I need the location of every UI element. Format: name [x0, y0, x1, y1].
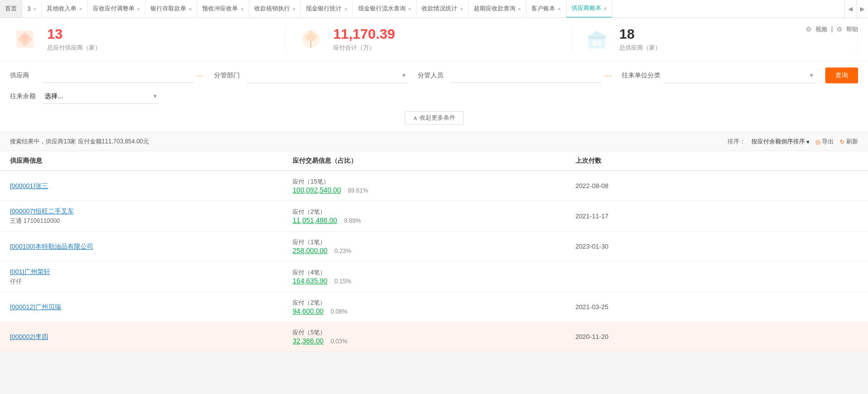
tx-row: 11,051,486.00 9.89%	[292, 216, 575, 224]
summary-label-suppliers-payable: 总应付供应商（家）	[47, 44, 101, 52]
nav-tab-receipt-stat[interactable]: 收款情况统计 ×	[417, 0, 468, 18]
tx-amount-link[interactable]: 164,635.90	[292, 277, 327, 285]
nav-tab-overdue-ar[interactable]: 超期应收款查询 ×	[469, 0, 526, 18]
supplier-link[interactable]: [000012]广州贝瑞	[10, 303, 61, 311]
supplier-link[interactable]: [000007]恒旺二手叉车	[10, 207, 74, 215]
nav-scroll-right[interactable]: ▶	[856, 0, 868, 18]
last-pay-cell: 2022-08-08	[576, 182, 858, 190]
table-row: [001]广州荣轩 仔仔 应付（4笔） 164,635.90 0.15%	[0, 262, 868, 292]
filter-manager-input[interactable]	[450, 68, 601, 83]
tx-pct: 89.61%	[348, 187, 368, 194]
sort-select[interactable]: 按应付余额倒序排序 ▾	[751, 137, 809, 146]
data-table: 供应商信息 应付交易信息（占比） 上次付数 [000001]张三 应付（15笔）…	[0, 151, 868, 352]
nav-tab-prepay-ar-label: 预收冲应收单	[202, 4, 238, 13]
supplier-link[interactable]: [000002]李四	[10, 333, 48, 340]
filter-manager-dots[interactable]: ···	[604, 71, 612, 79]
last-pay-cell: 2023-01-30	[576, 243, 858, 250]
nav-tab-3[interactable]: 3 ×	[22, 0, 42, 18]
supplier-link[interactable]: [000100]本特勒油品有限公司	[10, 243, 93, 250]
table-body: [000001]张三 应付（15笔） 100,092,540.00 89.61%…	[0, 171, 868, 352]
refresh-button[interactable]: ↻ 刷新	[840, 137, 858, 146]
nav-tab-receipt-verify[interactable]: 收款核销执行 ×	[249, 0, 301, 18]
tx-cell: 应付（1笔） 258,000.00 0.23%	[292, 238, 575, 255]
tx-amount-link[interactable]: 100,092,540.00	[292, 186, 341, 194]
nav-tab-cash-flow[interactable]: 现金银行流水查询 ×	[353, 0, 417, 18]
filter-balance-select[interactable]: 选择...	[43, 88, 159, 103]
chevron-up-icon: ∧	[413, 115, 418, 122]
nav-tab-bank-deposit-label: 银行存取款单	[150, 4, 186, 13]
tx-amount-link[interactable]: 94,600.00	[292, 307, 323, 315]
col-header-tx: 应付交易信息（占比）	[292, 156, 575, 165]
filter-balance-wrap: 选择... ▾	[43, 88, 159, 104]
tx-label: 应付（2笔）	[292, 208, 575, 216]
nav-tab-ar-ap-adjust-close[interactable]: ×	[137, 6, 140, 12]
summary-item-total-payable: 11,170.39 应付合计（万）	[286, 25, 572, 53]
nav-tab-receipt-stat-label: 收款情况统计	[422, 4, 457, 13]
nav-tab-bank-deposit-close[interactable]: ×	[189, 6, 192, 12]
top-right-links: ⊙ 视频 | ⊙ 帮助	[806, 25, 858, 34]
sort-chevron-icon: ▾	[806, 138, 809, 145]
filter-balance: 往来余额 选择... ▾	[10, 88, 159, 104]
nav-tab-other-income[interactable]: 其他收入单 ×	[42, 0, 87, 18]
filter-category: 往来单位分类 ▾	[622, 68, 816, 83]
nav-tab-cash-bank-stat[interactable]: 现金银行统计 ×	[301, 0, 353, 18]
table-row: [000012]广州贝瑞 应付（2笔） 94,600.00 0.08% 2021…	[0, 292, 868, 322]
filter-row-2: 往来余额 选择... ▾	[10, 88, 858, 104]
nav-tab-supplier-ledger-close[interactable]: ×	[604, 5, 607, 11]
nav-tab-receipt-verify-close[interactable]: ×	[292, 6, 295, 12]
export-button[interactable]: ◎ 导出	[815, 137, 834, 146]
tx-amount-link[interactable]: 32,366.00	[292, 337, 323, 345]
result-bar: 搜索结果中，供应商13家 应付金额111,703,854.00元 排序： 按应付…	[0, 132, 868, 151]
nav-tab-home[interactable]: 首页	[0, 0, 22, 18]
nav-tab-other-income-label: 其他收入单	[47, 4, 76, 13]
nav-tab-3-close[interactable]: ×	[33, 6, 36, 12]
search-button[interactable]: 查询	[825, 67, 858, 83]
nav-tab-prepay-ar[interactable]: 预收冲应收单 ×	[197, 0, 249, 18]
supplier-cell: [000002]李四	[10, 332, 292, 341]
nav-tab-customer-ledger[interactable]: 客户账本 ×	[526, 0, 566, 18]
supplier-link[interactable]: [000001]张三	[10, 182, 48, 190]
nav-tab-overdue-ar-close[interactable]: ×	[518, 6, 521, 12]
nav-tab-bank-deposit[interactable]: 银行存取款单 ×	[145, 0, 197, 18]
svg-rect-9	[588, 37, 605, 39]
filter-category-select[interactable]	[663, 68, 816, 83]
video-link[interactable]: 视频	[815, 25, 827, 34]
nav-tab-receipt-stat-close[interactable]: ×	[460, 6, 463, 12]
tx-label: 应付（1笔）	[292, 238, 575, 247]
filter-manager-label: 分管人员	[418, 71, 447, 80]
filter-supplier: 供应商 ···	[10, 68, 204, 83]
nav-tab-other-income-close[interactable]: ×	[79, 6, 82, 12]
nav-tab-customer-ledger-close[interactable]: ×	[558, 6, 561, 12]
nav-tab-cash-flow-close[interactable]: ×	[408, 6, 411, 12]
filter-supplier-label: 供应商	[10, 71, 40, 80]
tx-amount-link[interactable]: 11,051,486.00	[292, 216, 337, 224]
supplier-link[interactable]: [001]广州荣轩	[10, 268, 50, 275]
help-link[interactable]: 帮助	[846, 25, 858, 34]
refresh-icon: ↻	[840, 138, 845, 145]
nav-tab-ar-ap-adjust[interactable]: 应收应付调整单 ×	[88, 0, 145, 18]
collapse-button[interactable]: ∧ 收起更多条件	[405, 111, 464, 125]
tx-label: 应付（5笔）	[292, 328, 575, 337]
filter-supplier-dots[interactable]: ···	[197, 71, 204, 79]
tx-row: 100,092,540.00 89.61%	[292, 186, 575, 194]
table-row: [000007]恒旺二手叉车 王通 17106110000 应付（2笔） 11,…	[0, 201, 868, 232]
nav-tab-overdue-ar-label: 超期应收款查询	[474, 4, 515, 13]
filter-department-select[interactable]	[247, 68, 408, 83]
tx-cell: 应付（5笔） 32,366.00 0.03%	[292, 328, 575, 345]
last-pay-cell: 2021-03-25	[576, 303, 858, 311]
nav-scroll-arrows: ◀ ▶	[844, 0, 868, 18]
nav-tab-cash-bank-stat-close[interactable]: ×	[344, 6, 347, 12]
tx-amount-link[interactable]: 258,000.00	[292, 247, 327, 255]
tx-row: 94,600.00 0.08%	[292, 307, 575, 315]
nav-tab-customer-ledger-label: 客户账本	[531, 4, 555, 13]
summary-bar: 13 总应付供应商（家） 11,170.39 应付合计（万）	[0, 18, 868, 61]
nav-scroll-left[interactable]: ◀	[844, 0, 856, 18]
tx-pct: 0.15%	[334, 278, 351, 285]
nav-tab-supplier-ledger[interactable]: 供应商账本 ×	[567, 0, 612, 18]
supplier-cell: [000007]恒旺二手叉车 王通 17106110000	[10, 207, 292, 225]
export-label: 导出	[822, 137, 834, 146]
help-icon: ⊙	[837, 25, 842, 34]
supplier-cell: [001]广州荣轩 仔仔	[10, 267, 292, 286]
nav-tab-prepay-ar-close[interactable]: ×	[240, 6, 243, 12]
filter-supplier-input[interactable]	[43, 68, 194, 83]
